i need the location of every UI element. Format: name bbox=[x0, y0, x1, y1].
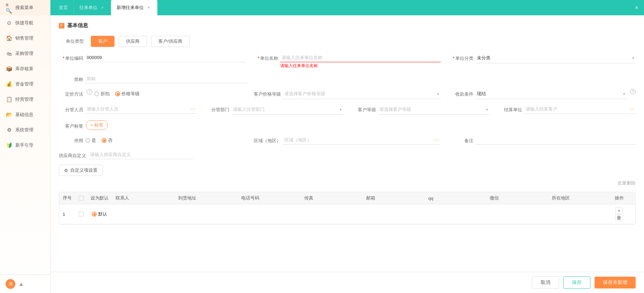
address-input[interactable] bbox=[178, 210, 234, 219]
sidebar-item-label: 快捷导航 bbox=[15, 20, 33, 26]
payment-terms-value: 现结 bbox=[477, 91, 486, 97]
select-all-checkbox[interactable] bbox=[79, 196, 84, 201]
pricing-help-icon[interactable]: ? bbox=[87, 89, 92, 95]
department-label: 分管部门 bbox=[205, 105, 229, 113]
default-radio[interactable]: 默认 bbox=[91, 211, 109, 217]
finance-icon: 💰 bbox=[6, 81, 13, 88]
delete-row-btn[interactable]: 🗑 bbox=[615, 214, 622, 221]
email-input[interactable] bbox=[366, 210, 421, 219]
department-select[interactable]: 请输入分管部门 ▾ bbox=[231, 105, 343, 115]
cell-qq bbox=[425, 204, 486, 224]
disabled-no-outer bbox=[102, 138, 107, 143]
unit-type-supplier-btn[interactable]: 供应商 bbox=[119, 36, 147, 47]
sidebar-item-basics[interactable]: 📂 基础信息 bbox=[0, 107, 50, 122]
sidebar-item-quick-nav[interactable]: ⊙ 快捷导航 bbox=[0, 15, 50, 31]
region-input[interactable] bbox=[283, 136, 433, 144]
default-label: 默认 bbox=[98, 211, 107, 217]
manager-ellipsis[interactable]: ··· bbox=[189, 106, 197, 112]
disabled-no-radio[interactable]: 否 bbox=[102, 137, 112, 144]
customer-level-select[interactable]: 请选择客户等级 ▾ bbox=[378, 105, 489, 115]
tab-partners[interactable]: 往来单位 × bbox=[74, 0, 111, 15]
sidebar-item-inventory[interactable]: 📦 库存核算 bbox=[0, 61, 50, 76]
search-icon: ≡🔍 bbox=[6, 4, 13, 11]
wechat-input[interactable] bbox=[490, 210, 545, 219]
contact-input[interactable] bbox=[116, 210, 171, 219]
payment-terms-select[interactable]: 现结 ▾ bbox=[476, 89, 627, 99]
tab-home[interactable]: 首页 bbox=[53, 0, 74, 15]
settlement-unit-input[interactable] bbox=[524, 105, 628, 113]
short-name-input[interactable] bbox=[85, 74, 248, 83]
region-ellipsis[interactable]: ··· bbox=[433, 137, 440, 143]
fax-input[interactable] bbox=[304, 210, 359, 219]
unit-category-field: 单位分类 未分类 ▾ bbox=[449, 53, 636, 69]
sidebar-item-sales[interactable]: 🏠 销售管理 bbox=[0, 31, 50, 46]
pricing-level-radio[interactable]: 价格等级 bbox=[115, 91, 140, 97]
guide-icon: 🔰 bbox=[6, 142, 13, 149]
col-seq: 序号 bbox=[59, 192, 75, 204]
unit-name-input[interactable] bbox=[280, 53, 440, 62]
manager-input[interactable] bbox=[85, 105, 189, 113]
payment-terms-chevron: ▾ bbox=[623, 92, 625, 96]
disabled-yes-outer bbox=[85, 138, 90, 143]
disabled-yes-radio[interactable]: 是 bbox=[85, 137, 96, 144]
customer-price-chevron: ▾ bbox=[437, 92, 439, 96]
cell-wechat bbox=[486, 204, 548, 224]
sidebar-item-guide[interactable]: 🔰 新手引导 bbox=[0, 138, 50, 153]
row-checkbox[interactable] bbox=[79, 212, 84, 217]
avatar[interactable]: 用 bbox=[6, 279, 15, 289]
pricing-discount-radio[interactable]: 折扣 bbox=[94, 91, 110, 97]
window-close-button[interactable]: × bbox=[632, 4, 641, 11]
supplier-custom-input[interactable] bbox=[89, 150, 193, 159]
sidebar-item-purchase[interactable]: 🛍 采购管理 bbox=[0, 46, 50, 61]
cancel-button[interactable]: 取消 bbox=[532, 276, 559, 289]
batch-delete-btn[interactable]: 批量删除 bbox=[618, 180, 636, 186]
sidebar-item-operations[interactable]: 📋 经营管理 bbox=[0, 92, 50, 107]
qq-input[interactable] bbox=[428, 210, 483, 219]
region-table-input[interactable] bbox=[552, 210, 608, 219]
unit-type-label: 单位类型 bbox=[59, 38, 87, 44]
col-email: 邮箱 bbox=[363, 192, 425, 204]
cell-phone bbox=[238, 204, 301, 224]
pricing-radio-group: 折扣 价格等级 bbox=[94, 89, 140, 97]
cell-default: 默认 bbox=[87, 204, 112, 224]
tab-partners-close[interactable]: × bbox=[100, 5, 105, 10]
custom-settings-button[interactable]: ⚙ 自定义项设置 bbox=[59, 165, 103, 176]
sidebar-item-label: 资金管理 bbox=[15, 81, 33, 87]
tab-new-partner-close[interactable]: × bbox=[146, 5, 151, 10]
contacts-table: 序号 设为默认 联系人 到货地址 电话号码 传真 邮箱 qq 微信 所在地区 操… bbox=[59, 192, 636, 225]
table-wrapper: 序号 设为默认 联系人 到货地址 电话号码 传真 邮箱 qq 微信 所在地区 操… bbox=[59, 192, 635, 224]
disabled-no-label: 否 bbox=[108, 137, 112, 144]
tab-new-partner[interactable]: 新增往来单位 × bbox=[111, 0, 157, 15]
settlement-unit-ellipsis[interactable]: ··· bbox=[628, 106, 636, 112]
sidebar-item-system[interactable]: ⚙ 系统管理 bbox=[0, 122, 50, 138]
default-radio-outer bbox=[92, 212, 97, 217]
customer-price-level-field: 客户价格等级 请选择客户价格等级 ▾ bbox=[254, 89, 440, 99]
save-button[interactable]: 保存 bbox=[563, 276, 590, 289]
save-new-button[interactable]: 保存并新增 bbox=[595, 277, 636, 288]
disabled-label: 停用 bbox=[59, 136, 83, 144]
short-name-field: 简称 bbox=[59, 74, 248, 83]
col-contact: 联系人 bbox=[112, 192, 175, 204]
unit-type-customer-btn[interactable]: 客户 bbox=[91, 36, 115, 47]
sidebar-item-label: 经营管理 bbox=[15, 96, 33, 103]
customer-tag-label: 客户标签 bbox=[59, 121, 83, 129]
notes-field: 备注 bbox=[449, 136, 636, 145]
customer-price-level-select[interactable]: 请选择客户价格等级 ▾ bbox=[283, 89, 440, 99]
unit-name-error: 请输入往来单位名称 bbox=[280, 63, 440, 69]
add-tag-button[interactable]: + 标签 bbox=[86, 120, 108, 130]
unit-name-label: 单位名称 bbox=[254, 53, 278, 62]
col-fax: 传真 bbox=[301, 192, 363, 204]
unit-type-both-btn[interactable]: 客户/供应商 bbox=[151, 36, 190, 47]
cell-fax bbox=[301, 204, 363, 224]
add-row-btn[interactable]: + bbox=[615, 207, 622, 214]
pricing-level-label: 价格等级 bbox=[121, 91, 140, 97]
settlement-unit-label: 结算单位 bbox=[498, 105, 522, 113]
sidebar-item-search[interactable]: ≡🔍 搜索菜单 bbox=[0, 0, 50, 15]
sidebar-item-finance[interactable]: 💰 资金管理 bbox=[0, 76, 50, 92]
col-address: 到货地址 bbox=[175, 192, 238, 204]
payment-terms-help-icon[interactable]: ? bbox=[630, 89, 636, 95]
notes-input[interactable] bbox=[476, 136, 636, 145]
unit-code-input[interactable] bbox=[85, 53, 245, 62]
manager-label: 分管人员 bbox=[59, 105, 83, 113]
phone-input[interactable] bbox=[241, 210, 297, 219]
